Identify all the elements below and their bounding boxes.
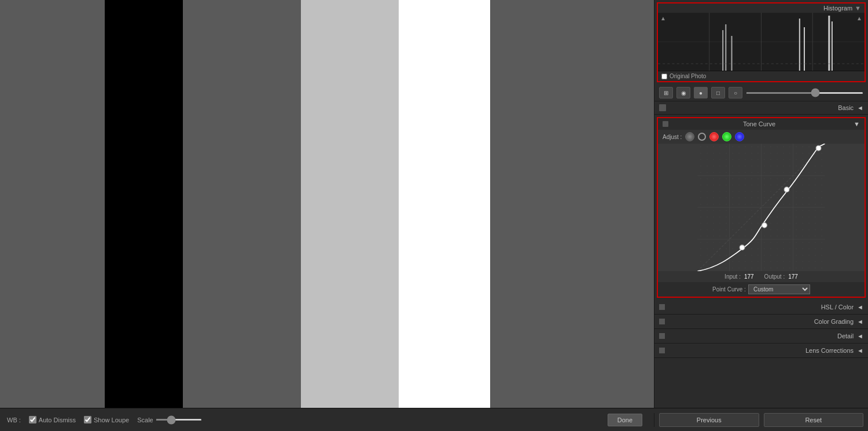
- svg-point-24: [784, 187, 789, 192]
- channel-blue-btn[interactable]: [735, 132, 744, 141]
- detail-collapse: ◄: [857, 333, 863, 339]
- hsl-collapse: ◄: [857, 304, 863, 311]
- auto-dismiss-checkbox[interactable]: [29, 416, 36, 423]
- tone-curve-header[interactable]: Tone Curve ▼: [658, 118, 865, 130]
- svg-point-23: [762, 222, 767, 228]
- toolbar-row: ⊞ ◉ ● □ ○: [654, 85, 868, 101]
- grid-icon: ⊞: [660, 87, 672, 98]
- channel-red-btn[interactable]: [709, 132, 719, 141]
- square-icon: □: [712, 87, 724, 98]
- hsl-section-icon: [659, 304, 665, 310]
- adjust-label: Adjust :: [663, 134, 682, 140]
- tool-square-btn[interactable]: □: [711, 87, 725, 98]
- detail-icon: [659, 333, 665, 339]
- brightness-slider[interactable]: [746, 92, 863, 94]
- tool-circle-fill-btn[interactable]: ●: [694, 87, 708, 98]
- color-grading-label: Color Grading: [814, 318, 854, 325]
- input-value: 177: [744, 273, 754, 280]
- show-loupe-checkbox[interactable]: [84, 416, 91, 423]
- curve-svg: [658, 144, 865, 271]
- svg-point-22: [740, 245, 745, 250]
- svg-point-25: [816, 145, 821, 151]
- histogram-corner-btn-left[interactable]: ▲: [659, 14, 667, 23]
- hsl-color-section[interactable]: HSL / Color ◄: [654, 300, 868, 315]
- strip-light-gray: [301, 0, 399, 408]
- histogram-header: Histogram ▼: [658, 3, 865, 13]
- circle-icon: ○: [729, 87, 742, 98]
- lens-corrections-section[interactable]: Lens Corrections ◄: [654, 344, 868, 358]
- strip-black: [105, 0, 183, 408]
- strip-gap: [236, 0, 301, 408]
- histogram-footer: Original Photo: [658, 71, 865, 81]
- point-curve-label: Point Curve :: [712, 286, 746, 293]
- color-grading-icon: [659, 319, 665, 324]
- tone-curve-section-icon: [663, 121, 668, 127]
- lens-corrections-label: Lens Corrections: [806, 347, 854, 354]
- circle-fill-icon: ●: [694, 87, 707, 98]
- point-curve-select[interactable]: Custom Linear Medium Contrast Strong Con…: [748, 284, 810, 294]
- histogram-body: ▲ ▲: [658, 13, 865, 71]
- preview-area: [0, 0, 654, 408]
- scale-slider[interactable]: [156, 419, 202, 421]
- output-value: 177: [788, 273, 798, 280]
- bottom-bar-right: Previous Reset: [654, 413, 868, 427]
- histogram-section: Histogram ▼ ▲ ▲: [657, 2, 866, 82]
- lens-corrections-collapse: ◄: [857, 347, 863, 354]
- wb-label: WB :: [7, 417, 21, 423]
- original-photo-checkbox[interactable]: [661, 74, 667, 79]
- strip-white: [399, 0, 490, 408]
- strip-bg-right: [490, 0, 654, 408]
- tone-curve-arrow: ▼: [854, 120, 860, 127]
- original-photo-label[interactable]: Original Photo: [661, 73, 706, 79]
- curve-footer: Input : 177 Output : 177: [658, 271, 865, 282]
- tool-grid-btn[interactable]: ⊞: [659, 87, 673, 98]
- basic-collapse-arrow: ◄: [857, 104, 863, 111]
- right-panel: Histogram ▼ ▲ ▲: [654, 0, 868, 408]
- main-area: Histogram ▼ ▲ ▲: [0, 0, 868, 408]
- histogram-svg: [658, 13, 865, 71]
- scale-section: Scale: [137, 417, 202, 423]
- histogram-dropdown-arrow[interactable]: ▼: [855, 5, 861, 12]
- channel-rgb-btn[interactable]: [698, 133, 706, 141]
- basic-label: Basic: [838, 104, 854, 111]
- reset-button[interactable]: Reset: [764, 413, 864, 427]
- input-label: Input :: [724, 273, 741, 280]
- color-grading-section[interactable]: Color Grading ◄: [654, 315, 868, 329]
- histogram-title: Histogram: [823, 5, 852, 12]
- panel-spacer: [654, 358, 868, 408]
- basic-section-icon: [659, 104, 666, 111]
- gray-strips: [0, 0, 654, 408]
- previous-button[interactable]: Previous: [659, 413, 759, 427]
- bottom-bar-left: WB : Auto Dismiss Show Loupe Scale Done: [0, 414, 654, 426]
- lens-corrections-icon: [659, 348, 665, 353]
- channel-gray-btn[interactable]: [685, 132, 694, 141]
- detail-label: Detail: [837, 333, 854, 339]
- strip-bg-left: [0, 0, 105, 408]
- basic-section-header[interactable]: Basic ◄: [654, 101, 868, 115]
- channel-green-btn[interactable]: [722, 132, 731, 141]
- tool-circle-btn[interactable]: ○: [729, 87, 742, 98]
- tool-circle-dot-btn[interactable]: ◉: [676, 87, 690, 98]
- show-loupe-label[interactable]: Show Loupe: [84, 416, 129, 423]
- histogram-corner-btn-right[interactable]: ▲: [855, 14, 863, 23]
- point-curve-row: Point Curve : Custom Linear Medium Contr…: [658, 282, 865, 297]
- tone-curve-section: Tone Curve ▼ Adjust :: [657, 117, 866, 298]
- done-button[interactable]: Done: [608, 414, 642, 426]
- circle-dot-icon: ◉: [677, 87, 690, 98]
- hsl-color-label: HSL / Color: [821, 304, 854, 311]
- detail-section[interactable]: Detail ◄: [654, 329, 868, 344]
- bottom-bar: WB : Auto Dismiss Show Loupe Scale Done …: [0, 408, 868, 431]
- tone-curve-controls: Adjust :: [658, 130, 865, 144]
- strip-dark-gray: [183, 0, 235, 408]
- output-label: Output :: [764, 273, 785, 280]
- tone-curve-label: Tone Curve: [743, 120, 775, 127]
- color-grading-collapse: ◄: [857, 318, 863, 325]
- auto-dismiss-label[interactable]: Auto Dismiss: [29, 416, 76, 423]
- curve-graph[interactable]: [658, 144, 865, 271]
- scale-label: Scale: [137, 417, 153, 423]
